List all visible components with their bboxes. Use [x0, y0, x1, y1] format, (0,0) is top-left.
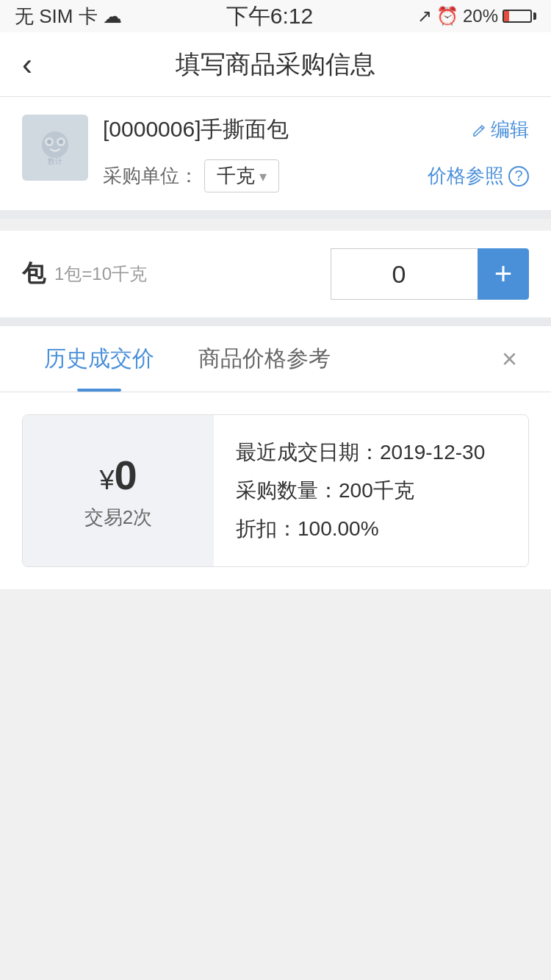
divider-1 — [0, 210, 551, 219]
qty-label-group: 包 1包=10千克 — [22, 258, 147, 290]
currency-symbol: ¥ — [99, 465, 114, 495]
qty-plus-button[interactable]: + — [478, 248, 529, 300]
unit-label: 采购单位： — [103, 163, 198, 189]
unit-row: 采购单位： 千克 ▾ 价格参照 ? — [103, 159, 529, 192]
product-name: [0000006]手撕面包 — [103, 115, 289, 145]
tab-close-button[interactable]: × — [490, 332, 529, 386]
quantity-section: 包 1包=10千克 + — [0, 231, 551, 317]
qty-input-group: + — [331, 248, 529, 300]
price-card-container: ¥0 交易2次 最近成交日期：2019-12-30 采购数量：200千克 折扣：… — [0, 392, 551, 589]
tab-history-price[interactable]: 历史成交价 — [22, 326, 176, 392]
back-button[interactable]: ‹ — [22, 47, 47, 82]
recent-date-row: 最近成交日期：2019-12-30 — [236, 439, 506, 466]
nav-bar: ‹ 填写商品采购信息 — [0, 32, 551, 97]
price-value: ¥0 — [99, 451, 137, 499]
price-ref-button[interactable]: 价格参照 ? — [428, 163, 529, 189]
main-body — [0, 589, 551, 980]
status-left: 无 SIM 卡 ☁ — [15, 4, 122, 29]
status-right: ↗ ⏰ 20% — [417, 6, 536, 26]
page-title: 填写商品采购信息 — [176, 48, 375, 82]
price-card: ¥0 交易2次 最近成交日期：2019-12-30 采购数量：200千克 折扣：… — [22, 414, 529, 567]
battery-percent: 20% — [463, 6, 498, 26]
svg-point-4 — [59, 140, 63, 144]
qty-row: 采购数量：200千克 — [236, 477, 506, 505]
qty-unit: 包 — [22, 258, 46, 290]
svg-point-0 — [42, 131, 68, 158]
battery-icon — [503, 10, 536, 23]
chevron-down-icon: ▾ — [259, 167, 267, 185]
price-card-right: 最近成交日期：2019-12-30 采购数量：200千克 折扣：100.00% — [214, 415, 528, 566]
svg-point-3 — [47, 140, 51, 144]
direction-icon: ↗ — [417, 6, 432, 26]
product-thumbnail: 数计 — [22, 115, 88, 181]
product-name-row: [0000006]手撕面包 编辑 — [103, 115, 529, 145]
product-info: [0000006]手撕面包 编辑 采购单位： 千克 ▾ — [103, 115, 529, 192]
signal-text: 无 SIM 卡 ☁ — [15, 4, 122, 29]
help-icon: ? — [508, 166, 529, 187]
unit-select[interactable]: 千克 ▾ — [204, 159, 279, 192]
product-row: 数计 [0000006]手撕面包 编辑 采购单位： 千克 — [22, 115, 529, 192]
svg-text:数计: 数计 — [48, 157, 62, 165]
transaction-count: 交易2次 — [84, 505, 152, 530]
alarm-icon: ⏰ — [436, 6, 458, 26]
price-card-left: ¥0 交易2次 — [23, 415, 214, 566]
tab-bar: 历史成交价 商品价格参考 × — [0, 326, 551, 392]
discount-row: 折扣：100.00% — [236, 515, 506, 543]
tab-section: 历史成交价 商品价格参考 × ¥0 交易2次 最近成交日期：2019-12-30… — [0, 326, 551, 589]
qty-input[interactable] — [331, 248, 478, 300]
status-bar: 无 SIM 卡 ☁ 下午6:12 ↗ ⏰ 20% — [0, 0, 551, 32]
edit-button[interactable]: 编辑 — [472, 117, 529, 143]
qty-conversion: 1包=10千克 — [54, 262, 147, 286]
tab-product-price-ref[interactable]: 商品价格参考 — [176, 326, 353, 392]
divider-2 — [0, 317, 551, 326]
product-section: 数计 [0000006]手撕面包 编辑 采购单位： 千克 — [0, 97, 551, 210]
status-time: 下午6:12 — [226, 1, 313, 32]
